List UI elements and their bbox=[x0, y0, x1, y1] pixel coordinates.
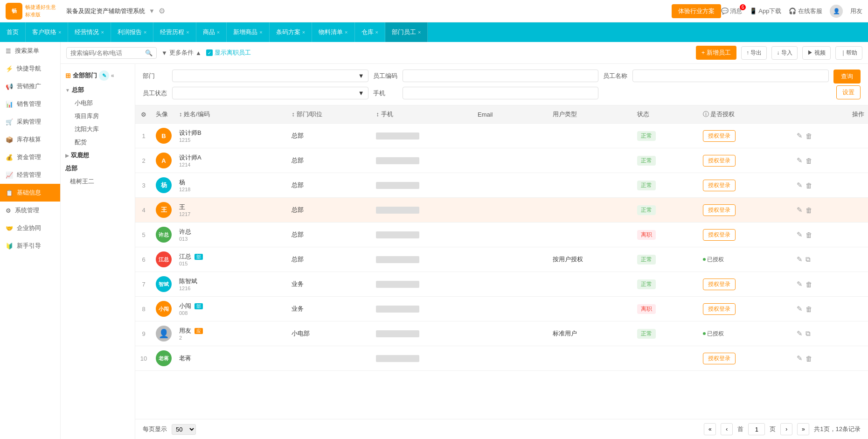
inventory-icon: 📦 bbox=[6, 136, 13, 143]
filter-btn[interactable]: ▼ 更多条件 ▲ bbox=[161, 49, 201, 57]
dept-edit-icon[interactable]: ✎ bbox=[99, 70, 109, 81]
edit-icon[interactable]: ✎ bbox=[797, 305, 803, 313]
auth-btn[interactable]: 授权登录 bbox=[703, 204, 736, 216]
nav-tab-warehouse[interactable]: 仓库 × bbox=[355, 22, 385, 42]
status-select[interactable]: ▼ bbox=[172, 87, 368, 99]
sidebar-item-search[interactable]: ☰ 搜索菜单 bbox=[0, 42, 60, 60]
col-auth: ⓘ 是否授权 bbox=[699, 105, 793, 124]
nav-tab-profit[interactable]: 利润报告 × bbox=[111, 22, 153, 42]
nav-tab-home[interactable]: 首页 bbox=[0, 22, 26, 42]
dept-item-zongbu2[interactable]: 总部 bbox=[61, 162, 135, 175]
sidebar-item-finance[interactable]: 💰 资金管理 bbox=[0, 148, 60, 166]
edit-icon[interactable]: ✎ bbox=[797, 181, 803, 189]
table-row: 5 许总 许总013 总部 ██████████ 离职 授权登录 ✎🗑 bbox=[135, 223, 868, 247]
edit-icon[interactable]: ✎ bbox=[797, 230, 803, 239]
dept-select[interactable]: ▼ bbox=[172, 70, 368, 82]
sidebar-item-inventory[interactable]: 📦 库存核算 bbox=[0, 131, 60, 148]
sidebar-item-guide[interactable]: 🔰 新手引导 bbox=[0, 237, 60, 255]
col-setting[interactable]: ⚙ bbox=[135, 105, 152, 124]
sidebar-item-system[interactable]: ⚙ 系统管理 bbox=[0, 202, 60, 219]
import-button[interactable]: ↓ 导入 bbox=[771, 46, 797, 60]
copy-icon[interactable]: ⧉ bbox=[806, 329, 811, 338]
delete-icon[interactable]: 🗑 bbox=[806, 132, 812, 140]
delete-icon[interactable]: 🗑 bbox=[806, 231, 812, 239]
auth-btn[interactable]: 授权登录 bbox=[703, 303, 736, 315]
sidebar-item-sales[interactable]: 📊 销售管理 bbox=[0, 95, 60, 113]
trial-button[interactable]: 体验行业方案 bbox=[672, 4, 721, 18]
export-button[interactable]: ↑ 导出 bbox=[741, 46, 767, 60]
row-usertype bbox=[549, 346, 633, 371]
auth-btn[interactable]: 授权登录 bbox=[703, 353, 736, 364]
next-page-btn[interactable]: › bbox=[780, 423, 792, 435]
dept-item-project[interactable]: 项目库房 bbox=[61, 110, 135, 123]
row-op: ✎🗑 bbox=[793, 173, 868, 198]
last-page-btn[interactable]: » bbox=[797, 423, 809, 435]
sidebar-item-purchase[interactable]: 🛒 采购管理 bbox=[0, 113, 60, 131]
nav-tab-customer[interactable]: 客户联络 × bbox=[26, 22, 68, 42]
msg-icon-wrap[interactable]: 💬 消息 6 bbox=[721, 7, 743, 15]
copy-icon[interactable]: ⧉ bbox=[806, 255, 811, 264]
edit-icon[interactable]: ✎ bbox=[797, 280, 803, 288]
nav-tab-add-goods[interactable]: 新增商品 × bbox=[227, 22, 269, 42]
dept-collapse-icon[interactable]: « bbox=[111, 72, 114, 79]
delete-icon[interactable]: 🗑 bbox=[806, 355, 812, 362]
sidebar-item-marketing[interactable]: 📢 营销推广 bbox=[0, 77, 60, 95]
auth-btn[interactable]: 授权登录 bbox=[703, 130, 736, 142]
phone-input[interactable] bbox=[403, 87, 599, 99]
settings-icon[interactable]: ⚙ bbox=[159, 7, 165, 15]
online-service-link[interactable]: 🎧 在线客服 bbox=[789, 7, 822, 15]
dept-item-zongbu[interactable]: ▼ 总部 bbox=[61, 84, 135, 97]
page-number-input[interactable] bbox=[748, 423, 765, 435]
edit-icon[interactable]: ✎ bbox=[797, 206, 803, 214]
delete-icon[interactable]: 🗑 bbox=[806, 305, 812, 313]
dept-item-shuanglu[interactable]: ▶ 双鹿想 bbox=[61, 149, 135, 162]
sidebar-item-basic[interactable]: 📋 基础信息 bbox=[0, 184, 60, 202]
nav-tab-bom[interactable]: 物料清单 × bbox=[312, 22, 354, 42]
nav-tab-employee[interactable]: 部门员工 × bbox=[385, 22, 428, 42]
col-name[interactable]: ↕ 姓名/编码 bbox=[175, 105, 288, 124]
dropdown-icon[interactable]: ▼ bbox=[149, 7, 155, 14]
sidebar-item-quicknav[interactable]: ⚡ 快捷导航 bbox=[0, 60, 60, 77]
help-button[interactable]: ｜帮助 bbox=[835, 46, 862, 60]
delete-icon[interactable]: 🗑 bbox=[806, 181, 812, 189]
dept-item-xiaodian[interactable]: 小电部 bbox=[61, 97, 135, 110]
delete-icon[interactable]: 🗑 bbox=[806, 206, 812, 214]
auth-btn[interactable]: 授权登录 bbox=[703, 229, 736, 241]
dept-item-zhishu[interactable]: 植树王二 bbox=[61, 175, 135, 188]
edit-icon[interactable]: ✎ bbox=[797, 255, 803, 264]
page-size-select[interactable]: 50 100 bbox=[172, 424, 196, 435]
col-phone[interactable]: ↕ 手机 bbox=[372, 105, 474, 124]
query-button[interactable]: 查询 bbox=[833, 70, 861, 84]
sidebar-item-enterprise[interactable]: 🤝 企业协同 bbox=[0, 219, 60, 237]
edit-icon[interactable]: ✎ bbox=[797, 329, 803, 338]
row-usertype: 标准用户 bbox=[549, 321, 633, 346]
nav-tab-goods[interactable]: 商品 × bbox=[196, 22, 227, 42]
nav-tab-barcode[interactable]: 条码方案 × bbox=[270, 22, 312, 42]
search-input[interactable] bbox=[70, 49, 145, 56]
edit-icon[interactable]: ✎ bbox=[797, 132, 803, 140]
auth-btn[interactable]: 授权登录 bbox=[703, 279, 736, 290]
edit-icon[interactable]: ✎ bbox=[797, 156, 803, 165]
prev-page-btn[interactable]: ‹ bbox=[721, 423, 733, 435]
empname-input[interactable] bbox=[632, 70, 829, 82]
edit-icon[interactable]: ✎ bbox=[797, 354, 803, 362]
video-button[interactable]: ▶ 视频 bbox=[802, 46, 831, 60]
setting-button[interactable]: 设置 bbox=[836, 85, 861, 99]
app-download-link[interactable]: 📱 App下载 bbox=[750, 7, 781, 15]
search-icon[interactable]: 🔍 bbox=[145, 49, 153, 56]
col-dept[interactable]: ↕ 部门/职位 bbox=[288, 105, 372, 124]
delete-icon[interactable]: 🗑 bbox=[806, 280, 812, 288]
auth-btn[interactable]: 授权登录 bbox=[703, 155, 736, 167]
delete-icon[interactable]: 🗑 bbox=[806, 157, 812, 165]
row-no: 6 bbox=[135, 247, 152, 272]
nav-tab-journey[interactable]: 经营历程 × bbox=[153, 22, 196, 42]
first-page-btn[interactable]: « bbox=[704, 423, 716, 435]
show-resigned-checkbox[interactable]: ✓ 显示离职员工 bbox=[206, 49, 251, 57]
add-employee-button[interactable]: + 新增员工 bbox=[696, 46, 736, 60]
dept-item-peihuo[interactable]: 配货 bbox=[61, 136, 135, 149]
nav-tab-operations[interactable]: 经营情况 × bbox=[68, 22, 111, 42]
sidebar-item-mgmt[interactable]: 📈 经营管理 bbox=[0, 166, 60, 184]
dept-item-shenyang[interactable]: 沈阳大库 bbox=[61, 123, 135, 136]
empcode-input[interactable] bbox=[403, 70, 599, 82]
auth-btn[interactable]: 授权登录 bbox=[703, 180, 736, 191]
